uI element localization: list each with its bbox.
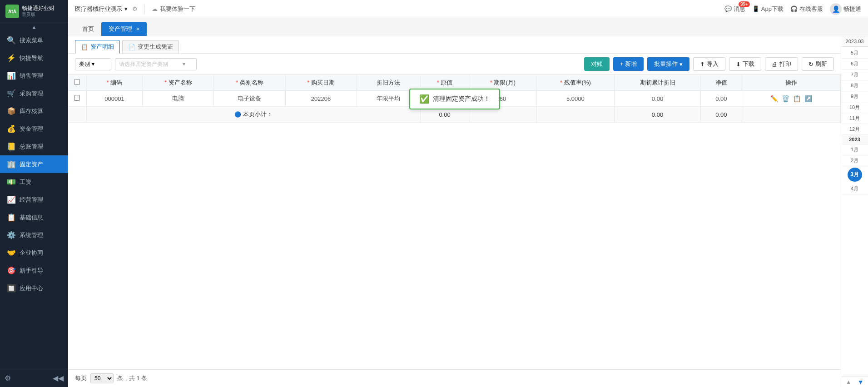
tab-home[interactable]: 首页 (75, 22, 101, 36)
sidebar-item-payroll[interactable]: 💵 工资 (0, 173, 68, 191)
batch-button[interactable]: 批量操作 ▾ (647, 57, 689, 71)
refresh-button[interactable]: ↻ 刷新 (802, 57, 834, 71)
sub-tab-voucher-icon: 📄 (128, 44, 135, 50)
delete-icon[interactable]: 🗑️ (782, 95, 789, 102)
download-button[interactable]: ⬇ 下载 (729, 57, 761, 71)
logo-text-block: 畅捷通好业财 普及版 (22, 5, 55, 18)
sidebar-scroll-up[interactable]: ▲ (0, 23, 68, 31)
company-selector[interactable]: 医疗器械行业演示 ▾ (75, 5, 128, 13)
category-select-label: 类别 (79, 60, 90, 68)
print-icon: 🖨 (772, 61, 778, 68)
timeline-month-6[interactable]: 6月 (841, 59, 868, 69)
online-service-button[interactable]: 🎧 在线客服 (790, 5, 823, 13)
sidebar-item-business[interactable]: 📈 经营管理 (0, 191, 68, 208)
app-download-label: App下载 (761, 5, 784, 13)
print-button[interactable]: 🖨 打印 (765, 57, 798, 71)
user-button[interactable]: 👤 畅捷通 (830, 3, 861, 15)
sidebar-item-inventory[interactable]: 📦 库存核算 (0, 102, 68, 120)
timeline-panel: ◀ 2023.03 5月 6月 7月 8月 9月 10月 11月 12月 202… (841, 36, 868, 387)
sidebar-item-funds[interactable]: 💰 资金管理 (0, 120, 68, 138)
sidebar-item-label: 搜索菜单 (20, 36, 43, 45)
row-checkbox[interactable] (74, 95, 80, 101)
timeline-month-8[interactable]: 8月 (841, 80, 868, 91)
sidebar-item-search[interactable]: 🔍 搜索菜单 (0, 31, 68, 49)
timeline-month-12[interactable]: 12月 (841, 124, 868, 135)
topbar-right: 💬 消息 99+ 📱 App下载 🎧 在线客服 👤 畅捷通 (724, 3, 861, 15)
app-center-icon: 🔲 (7, 284, 16, 293)
timeline-up-btn[interactable]: ▲ (845, 378, 852, 386)
main-panel: 📋 资产明细 📄 变更生成凭证 类别 ▾ 请选择固定资产类别 (68, 36, 841, 387)
row-actions: ✏️ 🗑️ 📋 ↗️ (742, 91, 840, 107)
sub-tab-voucher[interactable]: 📄 变更生成凭证 (122, 40, 179, 53)
sidebar-item-purchase[interactable]: 🛒 采购管理 (0, 84, 68, 102)
success-toast: ✅ 清理固定资产成功！ (409, 89, 500, 109)
select-all-checkbox[interactable] (74, 79, 80, 85)
copy-icon[interactable]: 📋 (793, 95, 801, 102)
collapse-icon[interactable]: ◀◀ (53, 374, 64, 382)
tab-asset-management[interactable]: 资产管理 × (101, 22, 147, 36)
sub-tabs: 📋 资产明细 📄 变更生成凭证 (68, 36, 841, 54)
timeline-month-1[interactable]: 1月 (841, 144, 868, 155)
subtotal-initial: 0.00 (614, 107, 700, 123)
search-icon: 🔍 (7, 36, 16, 45)
row-net-value: 0.00 (701, 91, 742, 107)
experience-icon: ☁ (152, 5, 158, 12)
quicknav-icon: ⚡ (7, 54, 16, 62)
timeline-month-3[interactable]: 3月 (848, 168, 862, 182)
sidebar-item-label: 经营管理 (20, 196, 43, 204)
category-select[interactable]: 类别 ▾ (75, 58, 111, 70)
experience-button[interactable]: ☁ 我要体验一下 (152, 5, 195, 13)
sidebar-item-collab[interactable]: 🤝 企业协同 (0, 244, 68, 262)
sub-tab-detail-label: 资产明细 (90, 43, 114, 51)
tab-close-icon[interactable]: × (136, 25, 140, 32)
tab-home-label: 首页 (82, 25, 94, 32)
message-button[interactable]: 💬 消息 99+ (724, 5, 745, 13)
sidebar-item-basic-info[interactable]: 📋 基础信息 (0, 208, 68, 226)
sidebar-item-app-center[interactable]: 🔲 应用中心 (0, 279, 68, 297)
fixed-assets-icon: 🏢 (7, 160, 16, 169)
timeline-year-2023[interactable]: 2023 (841, 135, 868, 144)
sub-tab-asset-detail[interactable]: 📋 资产明细 (75, 40, 120, 54)
username: 畅捷通 (843, 5, 861, 13)
timeline-month-11[interactable]: 11月 (841, 113, 868, 124)
timeline-down-btn[interactable]: ▼ (858, 378, 864, 386)
timeline-month-5[interactable]: 5月 (841, 48, 868, 59)
sidebar-item-system[interactable]: ⚙️ 系统管理 (0, 226, 68, 244)
sidebar-item-ledger[interactable]: 📒 总账管理 (0, 138, 68, 155)
sidebar-item-quicknav[interactable]: ⚡ 快捷导航 (0, 49, 68, 67)
new-button[interactable]: + 新增 (613, 57, 644, 71)
sidebar-item-guide[interactable]: 🎯 新手引导 (0, 262, 68, 279)
toolbar: 类别 ▾ 请选择固定资产类别 ▾ 对账 + 新增 (68, 54, 841, 75)
row-initial-accumulated: 0.00 (614, 91, 700, 107)
more-icon[interactable]: ↗️ (804, 95, 812, 102)
import-button[interactable]: ⬆ 导入 (693, 57, 725, 71)
category-input-dropdown: ▾ (183, 61, 185, 67)
sidebar-nav: 🔍 搜索菜单 ⚡ 快捷导航 📊 销售管理 🛒 采购管理 📦 库存核算 💰 资金管… (0, 31, 68, 369)
subtotal-empty-checkbox (68, 107, 86, 123)
sidebar-item-sales[interactable]: 📊 销售管理 (0, 67, 68, 84)
sidebar-item-fixed-assets[interactable]: 🏢 固定资产 (0, 155, 68, 173)
timeline-toggle[interactable]: ◀ (841, 36, 841, 55)
timeline-header: 2023.03 (841, 36, 868, 47)
app-download-button[interactable]: 📱 App下载 (752, 5, 784, 13)
sidebar-logo[interactable]: AtA 畅捷通好业财 普及版 (0, 0, 68, 23)
timeline-month-9[interactable]: 9月 (841, 91, 868, 102)
timeline-month-10[interactable]: 10月 (841, 102, 868, 113)
timeline-month-7[interactable]: 7月 (841, 69, 868, 80)
settings-icon[interactable]: ⚙ (5, 374, 11, 382)
app-version: 普及版 (22, 11, 55, 18)
per-page-select[interactable]: 50 10 20 100 (90, 373, 114, 383)
system-icon: ⚙️ (7, 231, 16, 239)
timeline-month-2[interactable]: 2月 (841, 155, 868, 166)
edit-icon[interactable]: ✏️ (770, 95, 778, 102)
purchase-icon: 🛒 (7, 89, 16, 98)
import-icon: ⬆ (700, 61, 705, 68)
online-service-label: 在线客服 (799, 5, 823, 13)
reconcile-button[interactable]: 对账 (584, 57, 610, 71)
sidebar-item-label: 固定资产 (20, 160, 43, 169)
timeline-month-4[interactable]: 4月 (841, 184, 868, 194)
settings-gear-icon[interactable]: ⚙ (132, 5, 138, 12)
basic-info-icon: 📋 (7, 213, 16, 222)
refresh-label: 刷新 (815, 60, 827, 68)
category-input[interactable]: 请选择固定资产类别 ▾ (115, 58, 197, 70)
